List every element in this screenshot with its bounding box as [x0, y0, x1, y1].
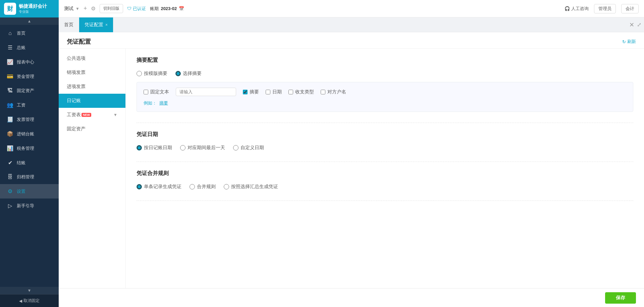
- tab-home[interactable]: 首页: [59, 17, 79, 32]
- radio-by-diary-date-label: 按日记账日期: [144, 145, 172, 151]
- page-header: 凭证配置 ↻ 刷新: [59, 32, 644, 49]
- chevron-right-icon: ▼: [113, 113, 117, 117]
- checkbox-payment-type[interactable]: 收支类型: [288, 89, 314, 95]
- sidebar-label-purchases: 进销台账: [17, 131, 34, 137]
- cancel-pin-button[interactable]: ◀ 取消固定: [0, 294, 59, 307]
- sidebar-item-closing[interactable]: ✔ 结账: [0, 156, 59, 170]
- nav-item-purchase-invoice[interactable]: 进项发票: [59, 80, 125, 94]
- radio-merge-rule[interactable]: 合并规则: [190, 184, 216, 190]
- radio-custom-date-input[interactable]: [233, 145, 238, 150]
- sidebar-item-home[interactable]: ⌂ 首页: [0, 26, 59, 40]
- consult-button[interactable]: 🎧 人工咨询: [565, 6, 589, 12]
- checkbox-payment-type-input[interactable]: [288, 90, 293, 94]
- checkbox-fixed-text-input[interactable]: [144, 90, 148, 94]
- sidebar-label-settings: 设置: [17, 188, 25, 194]
- radio-by-selection[interactable]: 按照选择汇总生成凭证: [224, 184, 278, 190]
- payment-type-label: 收支类型: [295, 89, 314, 95]
- admin-button[interactable]: 管理员: [594, 4, 616, 13]
- switch-old-version-button[interactable]: 切到旧版: [100, 4, 123, 13]
- merge-radio-group: 单条记录生成凭证 合并规则 按照选择汇总生成凭证: [137, 184, 633, 190]
- content-area: 公共选项 销项发票 进项发票 日记账 工资表 NEW ▼ 固定资产: [59, 49, 644, 307]
- add-workspace-button[interactable]: +: [84, 5, 87, 12]
- tab-close-icon[interactable]: ×: [105, 23, 108, 27]
- refresh-label: 刷新: [627, 39, 636, 45]
- counterparty-label: 对方户名: [327, 89, 346, 95]
- app-header: 测试 ▼ + ⚙ 切到旧版 🛡 已认证 账期 2023-02 📅 🎧 人工咨询 …: [59, 0, 644, 17]
- sidebar-item-ledger[interactable]: ☰ 总账: [0, 40, 59, 55]
- radio-custom-date[interactable]: 自定义日期: [233, 145, 264, 151]
- radio-by-selection-input[interactable]: [224, 184, 229, 189]
- nav-item-public[interactable]: 公共选项: [59, 51, 125, 65]
- sidebar-item-settings[interactable]: ⚙ 设置: [0, 184, 59, 199]
- checkbox-summary[interactable]: 摘要: [243, 89, 259, 95]
- nav-item-salary-table[interactable]: 工资表 NEW ▼: [59, 108, 125, 122]
- sidebar-label-invoices: 发票管理: [17, 117, 34, 123]
- radio-select-summary-input[interactable]: [175, 71, 181, 76]
- checkbox-counterparty[interactable]: 对方户名: [321, 89, 346, 95]
- calendar-icon[interactable]: 📅: [179, 6, 184, 11]
- radio-merge-rule-input[interactable]: [190, 184, 195, 189]
- sidebar-item-purchases[interactable]: 📦 进销台账: [0, 127, 59, 141]
- shield-icon: 🛡: [127, 6, 131, 11]
- wages-icon: 👥: [7, 102, 13, 108]
- save-button[interactable]: 保存: [605, 292, 636, 304]
- sidebar-label-ledger: 总账: [17, 45, 25, 51]
- radio-by-diary-date-input[interactable]: [137, 145, 142, 150]
- tab-voucher-config[interactable]: 凭证配置 ×: [79, 17, 113, 32]
- checkbox-date-input[interactable]: [266, 90, 270, 94]
- date-checkbox-label: 日期: [272, 89, 282, 95]
- nav-item-fixed-assets[interactable]: 固定资产: [59, 122, 125, 136]
- checkbox-summary-input[interactable]: [243, 90, 248, 94]
- merge-section-title: 凭证合并规则: [137, 170, 633, 177]
- page-title: 凭证配置: [67, 38, 91, 46]
- workspace-selector[interactable]: 测试 ▼: [64, 6, 79, 12]
- expand-window-button[interactable]: ⤢: [637, 21, 641, 28]
- checkbox-date[interactable]: 日期: [266, 89, 282, 95]
- ledger-icon: ☰: [7, 44, 13, 51]
- left-nav: 公共选项 销项发票 进项发票 日记账 工资表 NEW ▼ 固定资产: [59, 49, 126, 307]
- radio-last-day-input[interactable]: [180, 145, 185, 150]
- radio-single-record-input[interactable]: [137, 184, 142, 189]
- workspace-settings-button[interactable]: ⚙: [91, 5, 96, 12]
- checkbox-fixed-text[interactable]: 固定文本: [144, 89, 169, 95]
- pin-icon: ◀: [19, 299, 22, 303]
- refresh-button[interactable]: ↻ 刷新: [622, 39, 636, 45]
- app-subtitle: 专业版: [19, 9, 47, 14]
- accountant-button[interactable]: 会计: [621, 4, 639, 13]
- sidebar-nav: ⌂ 首页 ☰ 总账 📈 报表中心 💳 资金管理 🏗 固定资产 👥 工资 🧾 发票…: [0, 25, 59, 287]
- summary-checkbox-row: 固定文本 摘要 日期 收支类型: [144, 88, 626, 96]
- sidebar-label-funds: 资金管理: [17, 74, 34, 80]
- tab-bar-actions: ✕ ⤢: [629, 21, 644, 29]
- radio-single-record[interactable]: 单条记录生成凭证: [137, 184, 181, 190]
- nav-item-diary[interactable]: 日记账: [59, 94, 125, 108]
- consult-label: 人工咨询: [571, 6, 589, 12]
- radio-by-diary-date[interactable]: 按日记账日期: [137, 145, 172, 151]
- checkbox-counterparty-input[interactable]: [321, 90, 325, 94]
- sidebar-item-guide[interactable]: ▷ 新手引导: [0, 199, 59, 213]
- sidebar-logo: 财 畅捷通好会计 专业版: [0, 0, 59, 17]
- archive-icon: 🗄: [7, 174, 13, 180]
- radio-last-day[interactable]: 对应期间最后一天: [180, 145, 225, 151]
- verified-status: 🛡 已认证: [127, 6, 146, 12]
- nav-label-sales-invoice: 销项发票: [67, 70, 86, 75]
- sidebar-item-wages[interactable]: 👥 工资: [0, 98, 59, 112]
- sidebar-item-reports[interactable]: 📈 报表中心: [0, 55, 59, 69]
- sidebar-item-invoices[interactable]: 🧾 发票管理: [0, 112, 59, 127]
- sidebar-label-assets: 固定资产: [17, 88, 34, 94]
- sidebar-item-archive[interactable]: 🗄 归档管理: [0, 170, 59, 184]
- fixed-text-label: 固定文本: [150, 89, 169, 95]
- divider-3: [137, 201, 633, 201]
- close-all-tabs-button[interactable]: ✕: [629, 21, 634, 29]
- radio-by-template[interactable]: 按模版摘要: [137, 71, 167, 77]
- sidebar-item-tax[interactable]: 📊 税务管理: [0, 141, 59, 156]
- verified-label: 已认证: [133, 6, 146, 12]
- sidebar-scroll-up-btn[interactable]: ▲: [0, 17, 59, 25]
- radio-by-template-input[interactable]: [137, 71, 142, 76]
- radio-select-summary[interactable]: 选择摘要: [175, 71, 202, 77]
- fixed-text-input[interactable]: [176, 88, 236, 96]
- sidebar-item-funds[interactable]: 💳 资金管理: [0, 69, 59, 84]
- sidebar-item-assets[interactable]: 🏗 固定资产: [0, 84, 59, 98]
- sidebar-scroll-down-btn[interactable]: ▼: [0, 287, 59, 294]
- period-value: 2023-02: [161, 6, 177, 11]
- nav-item-sales-invoice[interactable]: 销项发票: [59, 65, 125, 80]
